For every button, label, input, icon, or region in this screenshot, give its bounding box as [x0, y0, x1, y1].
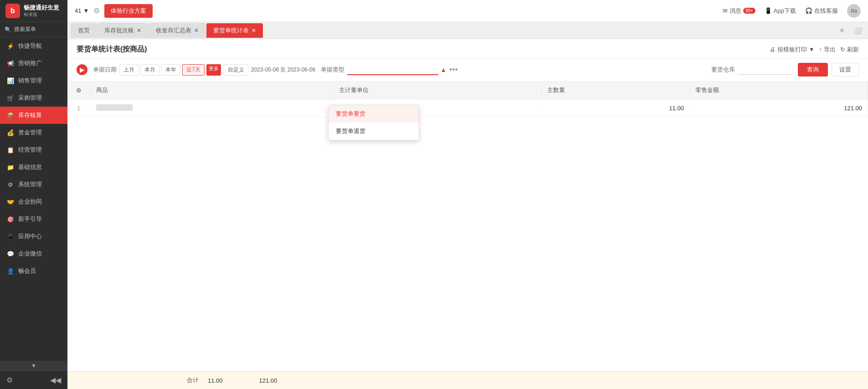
purchase-icon: 🛒	[6, 94, 15, 102]
cell-seq: 1	[67, 99, 90, 117]
topbar: 41 ▼ ⚙ 体验行业方案 ✉ 消息 99+ 📱 App下载 🎧 在线客服 Ri…	[67, 0, 868, 22]
tab-order-summary[interactable]: 要货单统计表 ✕	[206, 23, 263, 38]
tab-inventory-batch[interactable]: 库存批次账 ✕	[98, 23, 148, 38]
trial-industry-button[interactable]: 体验行业方案	[104, 4, 153, 18]
print-dropdown-icon: ▼	[809, 46, 815, 53]
message-icon: ✉	[723, 7, 728, 14]
sidebar-item-enterprise[interactable]: 🤝 企业协同	[0, 193, 67, 210]
tab-minimize-button[interactable]: ✕	[837, 26, 847, 35]
filter-more-badge[interactable]: 更多	[206, 64, 221, 76]
filter-date-group: 单据日期 上月 本月 本年 近7天 更多 自定义 2023-05-06 至 20…	[93, 64, 315, 76]
sidebar-item-finance[interactable]: 💰 资金管理	[0, 124, 67, 141]
sidebar-item-wechat[interactable]: 💬 企业微信	[0, 245, 67, 262]
refresh-button[interactable]: ↻ 刷新	[840, 46, 859, 54]
sidebar-item-marketing[interactable]: 📢 营销推广	[0, 55, 67, 72]
page-header-actions: 🖨 按模板打印 ▼ ↑ 导出 ↻ 刷新	[770, 46, 859, 54]
topbar-left: 41 ▼ ⚙ 体验行业方案	[75, 4, 153, 18]
app-logo-icon: b	[5, 4, 20, 18]
dropdown-item-demand[interactable]: 要货单要货	[329, 105, 419, 123]
company-selector[interactable]: 41 ▼	[75, 7, 89, 14]
sidebar-item-purchase[interactable]: 🛒 采购管理	[0, 89, 67, 107]
type-filter-chevron-up-icon[interactable]: ▲	[440, 66, 447, 73]
summary-label: 合计	[187, 376, 199, 384]
summary-sale-amount: 121.00	[259, 377, 277, 384]
sidebar-item-guide[interactable]: 🎯 新手引导	[0, 210, 67, 228]
sidebar-item-inventory[interactable]: 📦 库存核算	[0, 107, 67, 124]
table-header-row: ⚙ 商品 主计量单位 主数量 零售金额	[67, 82, 868, 99]
sidebar-scroll-down[interactable]: ▼	[0, 361, 67, 371]
settings-icon[interactable]: ⚙	[6, 376, 13, 384]
warehouse-filter-label: 要货仓库	[711, 66, 735, 74]
sidebar-search-area[interactable]: 🔍 搜索菜单	[0, 22, 67, 37]
print-icon: 🖨	[770, 46, 776, 53]
type-filter-input-wrapper: ▲	[347, 65, 447, 75]
filter-actions: 查询 设置	[798, 63, 859, 77]
tab-collection-summary[interactable]: 收发存汇总表 ✕	[149, 23, 205, 38]
company-dropdown-icon: ▼	[83, 7, 89, 14]
filter-warehouse-group: 要货仓库	[711, 65, 792, 75]
sidebar: b 畅捷通好生意 标准版 🔍 搜索菜单 ⚡ 快捷导航 📢 营销推广 📊 销售管理…	[0, 0, 67, 389]
company-number: 41	[75, 7, 81, 14]
filter-bar: ▶ 单据日期 上月 本月 本年 近7天 更多 自定义 2023-05-06 至 …	[67, 58, 868, 82]
filter-settings-button[interactable]: 设置	[832, 63, 859, 77]
filter-btn-last-month[interactable]: 上月	[119, 64, 139, 76]
sidebar-nav: ⚡ 快捷导航 📢 营销推广 📊 销售管理 🛒 采购管理 📦 库存核算 💰 资金管…	[0, 37, 67, 361]
sidebar-item-app-center[interactable]: 📱 应用中心	[0, 228, 67, 245]
filter-btn-custom[interactable]: 自定义	[224, 64, 248, 76]
tab-home[interactable]: 首页	[71, 23, 97, 38]
export-icon: ↑	[819, 46, 822, 53]
table-row: 1 块 11.00 121.00	[67, 99, 868, 117]
print-template-button[interactable]: 🖨 按模板打印 ▼	[770, 46, 815, 54]
type-filter-input[interactable]	[347, 65, 438, 75]
col-settings[interactable]: ⚙	[67, 82, 90, 99]
query-button[interactable]: 查询	[798, 63, 828, 77]
tab-close-inventory-batch[interactable]: ✕	[137, 27, 141, 34]
sidebar-item-basic-info[interactable]: 📁 基础信息	[0, 159, 67, 176]
tab-close-order-summary[interactable]: ✕	[252, 27, 256, 34]
cell-product	[90, 99, 333, 117]
search-icon: 🔍	[5, 26, 11, 33]
summary-values: 11.00 121.00	[208, 377, 277, 384]
page-header: 要货单统计表(按商品) 🖨 按模板打印 ▼ ↑ 导出 ↻ 刷新	[67, 39, 868, 58]
tab-maximize-button[interactable]: ⬜	[851, 26, 864, 35]
marketing-icon: 📢	[6, 59, 15, 67]
type-filter-more-icon[interactable]: •••	[449, 65, 458, 75]
sidebar-item-quick-nav[interactable]: ⚡ 快捷导航	[0, 37, 67, 55]
sidebar-item-sales[interactable]: 📊 销售管理	[0, 72, 67, 89]
guide-icon: 🎯	[6, 215, 15, 223]
cell-sale-amount: 121.00	[689, 99, 868, 117]
tab-close-collection-summary[interactable]: ✕	[194, 27, 199, 34]
basic-info-icon: 📁	[6, 163, 15, 171]
sidebar-footer: ⚙ ◀◀	[0, 371, 67, 389]
filter-btn-this-month[interactable]: 本月	[140, 64, 159, 76]
filter-btn-last-7-days[interactable]: 近7天	[182, 64, 205, 76]
table-settings-icon: ⚙	[76, 87, 82, 94]
page-title: 要货单统计表(按商品)	[77, 45, 147, 54]
warehouse-filter-input[interactable]	[738, 65, 792, 75]
wechat-icon: 💬	[6, 250, 15, 258]
filter-expand-button[interactable]: ▶	[77, 64, 87, 75]
page-content: 要货单统计表(按商品) 🖨 按模板打印 ▼ ↑ 导出 ↻ 刷新 ▶	[67, 39, 868, 389]
finance-icon: 💰	[6, 128, 15, 137]
filter-date-range: 2023-05-06 至 2023-06-06	[251, 66, 315, 74]
dropdown-item-return[interactable]: 要货单退货	[329, 123, 419, 140]
topbar-settings-icon[interactable]: ⚙	[93, 6, 100, 15]
app-center-icon: 📱	[6, 232, 15, 241]
col-sale-amount: 零售金额	[689, 82, 868, 99]
search-menu-button[interactable]: 🔍 搜索菜单	[5, 26, 63, 33]
message-button[interactable]: ✉ 消息 99+	[723, 7, 755, 15]
user-avatar[interactable]: Rit	[847, 4, 861, 18]
summary-row: 合计 11.00 121.00	[67, 371, 868, 389]
filter-btn-this-year[interactable]: 本年	[161, 64, 180, 76]
export-button[interactable]: ↑ 导出	[819, 46, 836, 54]
tabs-bar-right: ✕ ⬜	[837, 26, 864, 35]
app-download-icon: 📱	[765, 7, 772, 14]
type-dropdown-menu: 要货单要货 要货单退货	[328, 105, 419, 140]
app-download-button[interactable]: 📱 App下载	[765, 7, 796, 15]
collapse-sidebar-button[interactable]: ◀◀	[50, 376, 61, 384]
online-service-button[interactable]: 🎧 在线客服	[805, 7, 838, 15]
sidebar-item-operations[interactable]: 📋 经营管理	[0, 141, 67, 159]
tabs-bar: 首页 库存批次账 ✕ 收发存汇总表 ✕ 要货单统计表 ✕ ✕ ⬜	[67, 22, 868, 39]
sidebar-item-system[interactable]: ⚙ 系统管理	[0, 176, 67, 193]
sidebar-item-member[interactable]: 👤 畅会员	[0, 262, 67, 280]
